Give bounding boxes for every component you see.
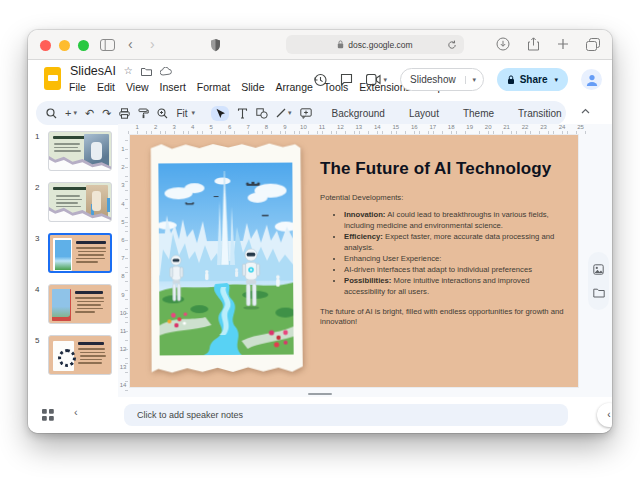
sidebar-toggle-icon[interactable] — [100, 39, 115, 51]
menu-format[interactable]: Format — [197, 81, 230, 93]
slideshow-button[interactable]: Slideshow ▾ — [400, 68, 484, 91]
slide-closing-text[interactable]: The future of AI is bright, filled with … — [320, 307, 568, 329]
ruler-number: 7 — [118, 249, 128, 267]
image-panel-icon[interactable] — [593, 264, 604, 275]
collapse-filmstrip-icon[interactable]: ‹ — [74, 406, 78, 418]
chevron-down-icon: ▾ — [192, 109, 196, 117]
slide-4-thumbnail[interactable] — [48, 284, 112, 324]
print-icon[interactable] — [119, 108, 130, 119]
zoom-window-button[interactable] — [78, 40, 89, 51]
menu-insert[interactable]: Insert — [160, 81, 186, 93]
ruler-number: 24 — [553, 124, 571, 134]
grid-view-icon[interactable] — [42, 409, 54, 421]
bullet-item: Possibilities: More intuitive interactio… — [344, 276, 568, 298]
slide-photo-frame[interactable] — [149, 141, 303, 374]
menu-view[interactable]: View — [126, 81, 149, 93]
zoom-fit-select[interactable]: Fit ▾ — [176, 108, 195, 119]
slide-lead-text[interactable]: Potential Developments: — [320, 193, 568, 202]
thumbnail-image — [52, 289, 71, 321]
select-tool-button[interactable] — [211, 106, 229, 121]
address-bar[interactable]: dosc.google.com — [286, 35, 464, 54]
line-tool-icon[interactable] — [276, 108, 286, 118]
speaker-notes-input[interactable]: Click to add speaker notes — [124, 404, 568, 426]
share-options-caret[interactable]: ▾ — [554, 76, 558, 84]
ruler-number: 13 — [350, 124, 368, 134]
collapse-panel-button[interactable]: ‹ — [597, 403, 612, 427]
version-history-icon[interactable] — [313, 73, 327, 87]
background-button[interactable]: Background — [328, 108, 389, 119]
ruler-number: 2 — [118, 158, 128, 176]
redo-icon[interactable]: ↷ — [102, 107, 111, 119]
ruler-number: 3 — [165, 124, 183, 134]
thumbnail-image — [84, 134, 109, 170]
futuristic-city-illustration[interactable] — [158, 163, 293, 356]
tab-overview-icon[interactable] — [586, 38, 600, 51]
share-page-icon[interactable] — [527, 37, 540, 51]
layout-button[interactable]: Layout — [405, 108, 443, 119]
url-text: dosc.google.com — [348, 40, 412, 50]
filmstrip-slide-3[interactable]: 3 — [35, 233, 118, 273]
privacy-shield-icon[interactable] — [210, 38, 221, 52]
filmstrip-slide-1[interactable]: 1 — [35, 131, 118, 171]
back-button[interactable]: ‹ — [128, 36, 133, 52]
app-header: SlidesAI ☆ File Edit View Insert Format … — [28, 60, 612, 100]
ruler-number: 5 — [202, 124, 220, 134]
zoom-add-icon[interactable]: + — [65, 107, 71, 119]
thumbnail-image — [53, 238, 72, 271]
filmstrip-slide-4[interactable]: 4 — [35, 284, 118, 324]
slide-3-thumbnail-selected[interactable] — [48, 233, 112, 273]
close-window-button[interactable] — [40, 40, 51, 51]
folder-panel-icon[interactable] — [593, 288, 605, 298]
hide-menus-icon[interactable] — [581, 108, 590, 114]
new-tab-icon[interactable] — [557, 38, 569, 50]
document-title[interactable]: SlidesAI — [70, 64, 116, 78]
slide-2-thumbnail[interactable] — [48, 182, 112, 222]
chrome-actions — [496, 37, 600, 51]
ruler-number: 16 — [405, 124, 423, 134]
cloud-status-icon[interactable] — [160, 67, 172, 76]
user-avatar[interactable] — [581, 69, 602, 90]
ruler-number: 15 — [387, 124, 405, 134]
slides-logo[interactable] — [44, 67, 61, 90]
filmstrip-slide-2[interactable]: 2 — [35, 182, 118, 222]
slide-5-thumbnail[interactable] — [48, 335, 112, 375]
ruler-number: 12 — [118, 340, 128, 358]
paint-format-icon[interactable] — [138, 108, 149, 119]
search-menus-icon[interactable] — [46, 108, 57, 119]
comment-history-icon[interactable] — [340, 73, 353, 86]
filmstrip-slide-5[interactable]: 5 — [35, 335, 118, 375]
traffic-lights — [40, 40, 89, 51]
menu-arrange[interactable]: Arrange — [275, 81, 312, 93]
minimize-window-button[interactable] — [59, 40, 70, 51]
share-button[interactable]: Share ▾ — [497, 68, 568, 91]
forward-button[interactable]: › — [150, 36, 155, 52]
menu-edit[interactable]: Edit — [97, 81, 115, 93]
slide-bullet-list[interactable]: Innovation: AI could lead to breakthroug… — [320, 210, 568, 298]
transition-button[interactable]: Transition — [514, 108, 566, 119]
join-call-icon[interactable] — [366, 74, 381, 85]
notes-resize-handle[interactable] — [308, 393, 332, 395]
undo-icon[interactable]: ↶ — [85, 107, 94, 119]
slideshow-options-caret[interactable]: ▾ — [465, 76, 483, 84]
slide-number: 5 — [35, 335, 44, 375]
ruler-number: 18 — [442, 124, 460, 134]
slide-filmstrip: 1 2 3 — [28, 126, 118, 397]
star-icon[interactable]: ☆ — [124, 66, 133, 76]
theme-button[interactable]: Theme — [459, 108, 498, 119]
slide-title[interactable]: The Future of AI Technology — [320, 159, 568, 179]
chevron-down-icon[interactable]: ▾ — [384, 76, 388, 84]
shapes-icon[interactable] — [256, 108, 268, 119]
refresh-icon[interactable] — [447, 40, 457, 50]
menu-slide[interactable]: Slide — [241, 81, 264, 93]
ruler-number: 3 — [118, 176, 128, 194]
slide-1-thumbnail[interactable] — [48, 131, 112, 171]
insert-comment-icon[interactable] — [300, 108, 312, 119]
downloads-icon[interactable] — [496, 37, 510, 51]
text-box-icon[interactable] — [237, 108, 248, 119]
current-slide[interactable]: The Future of AI Technology Potential De… — [130, 135, 578, 387]
zoom-in-icon[interactable] — [157, 108, 168, 119]
chevron-down-icon[interactable]: ▾ — [73, 109, 77, 117]
menu-file[interactable]: File — [69, 81, 86, 93]
move-folder-icon[interactable] — [141, 67, 152, 76]
chevron-down-icon[interactable]: ▾ — [288, 109, 292, 117]
